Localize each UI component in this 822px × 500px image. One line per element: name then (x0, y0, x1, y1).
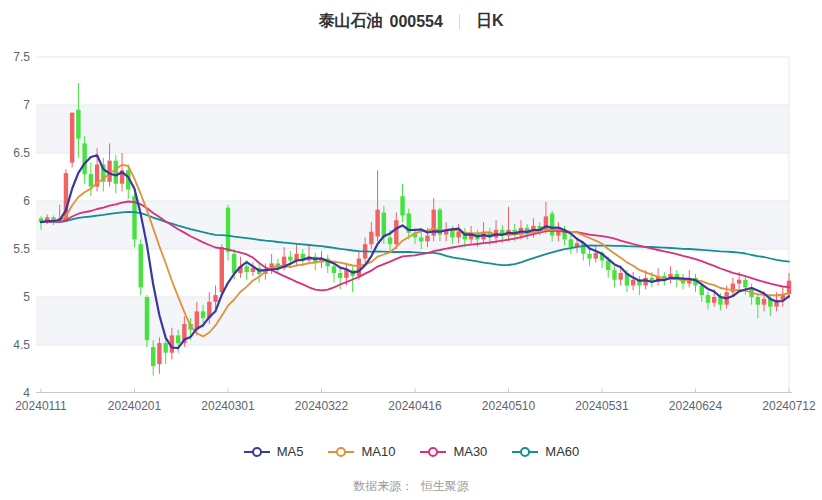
data-source-value: 恒生聚源 (421, 479, 469, 493)
legend-label: MA5 (277, 444, 304, 459)
stock-chart-page: 泰山石油 000554 日K 44.555.566.577.5202401112… (0, 0, 822, 500)
x-axis-labels: 2024011120240201202403012024032220240416… (15, 399, 816, 413)
x-axis (36, 389, 792, 393)
legend-label: MA60 (545, 444, 579, 459)
svg-text:20240712: 20240712 (762, 399, 816, 413)
svg-text:6.5: 6.5 (13, 146, 30, 160)
legend-item-ma10[interactable]: MA10 (327, 444, 395, 459)
svg-text:7: 7 (23, 98, 30, 112)
y-axis-labels: 44.555.566.577.5 (13, 50, 30, 400)
svg-text:20240416: 20240416 (388, 399, 442, 413)
legend-marker-icon (327, 446, 355, 458)
legend-marker-icon (243, 446, 271, 458)
legend-item-ma5[interactable]: MA5 (243, 444, 304, 459)
svg-text:6: 6 (23, 194, 30, 208)
legend-label: MA10 (361, 444, 395, 459)
svg-text:20240201: 20240201 (108, 399, 162, 413)
svg-text:20240301: 20240301 (201, 399, 255, 413)
svg-text:20240624: 20240624 (669, 399, 723, 413)
legend-label: MA30 (453, 444, 487, 459)
legend-item-ma30[interactable]: MA30 (419, 444, 487, 459)
svg-text:20240531: 20240531 (575, 399, 629, 413)
svg-text:20240111: 20240111 (15, 399, 67, 413)
legend: MA5MA10MA30MA60 (0, 444, 822, 459)
svg-text:20240510: 20240510 (482, 399, 536, 413)
data-source-label: 数据来源： (353, 479, 413, 493)
svg-text:5: 5 (23, 290, 30, 304)
svg-text:4: 4 (23, 386, 30, 400)
legend-marker-icon (419, 446, 447, 458)
svg-text:5.5: 5.5 (13, 242, 30, 256)
svg-text:4.5: 4.5 (13, 338, 30, 352)
kline-chart: 44.555.566.577.5202401112024020120240301… (0, 0, 822, 500)
svg-text:20240322: 20240322 (295, 399, 349, 413)
legend-item-ma60[interactable]: MA60 (511, 444, 579, 459)
legend-marker-icon (511, 446, 539, 458)
svg-text:7.5: 7.5 (13, 50, 30, 64)
data-source: 数据来源： 恒生聚源 (0, 478, 822, 495)
